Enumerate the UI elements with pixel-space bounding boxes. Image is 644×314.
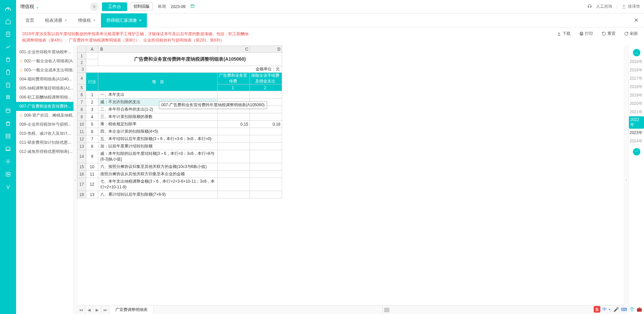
tab-close-icon[interactable]: ✕ <box>64 18 67 22</box>
ime-punct-icon[interactable]: •, <box>609 307 611 312</box>
cell-b-12[interactable]: 五、本年结转以后年度扣除额(3＞6，本行=3-6；3≤6，本行=0) <box>98 135 218 143</box>
cell-d-16[interactable] <box>250 171 282 178</box>
workbench-button[interactable]: 工作台 <box>102 2 127 11</box>
cell-c-14[interactable] <box>218 150 250 163</box>
ime-keyboard-icon[interactable]: ⌨ <box>621 307 627 312</box>
form-list-item-11[interactable]: 012-减免所得税优惠明细表(... <box>16 147 73 156</box>
doc-icon[interactable] <box>5 31 11 38</box>
form-list-item-4[interactable]: 005-纳税调整项目明细表(A1... <box>16 84 73 93</box>
ime-toolbox-icon[interactable]: 🧰 <box>637 307 642 312</box>
cell-b-14[interactable]: 减：本年扣除的以前年度结转额[3＞6，本行=0；3≤6，本行=8与(6-3)孰小… <box>98 150 218 163</box>
cell-b-18[interactable]: 八、累计结转以后年度扣除额(7+8-9) <box>98 191 218 198</box>
cell-b-15[interactable]: 六、按照分摊协议归集至其他关联方的金额(10≤3与6孰小值) <box>98 163 218 171</box>
cell-d-18[interactable] <box>250 191 282 198</box>
cell-c-9[interactable] <box>218 113 250 121</box>
ime-skin-icon[interactable]: 👕 <box>629 307 635 312</box>
year-scroll-down[interactable]: ﹀ <box>633 148 640 155</box>
form-list-item-1[interactable]: ⚠002-一般企业收入明细表(A... <box>16 57 73 66</box>
form-list-item-3[interactable]: 004-期间费用明细表(A1040... <box>16 75 73 84</box>
sheet-nav-prev[interactable]: ◀ <box>85 306 93 314</box>
col-header-b[interactable]: B <box>98 46 218 53</box>
tab-close-icon[interactable]: ✕ <box>139 18 142 22</box>
switch-old-version-button[interactable]: 切到旧版 <box>130 2 153 11</box>
form-list-item-5[interactable]: 006-职工薪酬纳税调整明细... <box>16 93 73 102</box>
calc-icon[interactable] <box>5 82 11 88</box>
cell-a-7[interactable]: 2 <box>86 99 98 106</box>
tab-close-icon[interactable]: ✕ <box>93 18 96 22</box>
cell-b-17[interactable]: 七、本年支出纳税调整金额(3＞6，本行=2+3-6+10-11；3≤6，本行=2… <box>98 178 218 191</box>
cell-a-17[interactable]: 12 <box>86 178 98 191</box>
ime-mic-icon[interactable]: 🎤 <box>613 307 619 312</box>
cell-c-6[interactable] <box>218 91 250 99</box>
cell-c-16[interactable] <box>218 171 250 178</box>
ime-lang[interactable]: 中 <box>602 306 607 312</box>
cell-a-13[interactable]: 8 <box>86 143 98 150</box>
form-list-item-6[interactable]: 007-广告费和业务宣传费跨... <box>16 102 73 111</box>
list-circle-button[interactable] <box>90 2 99 11</box>
cell-b-11[interactable]: 四、本企业计算的扣除限额(4×5) <box>98 128 218 135</box>
cell-d-14[interactable] <box>250 150 282 163</box>
cell-a-18[interactable]: 13 <box>86 191 98 198</box>
year-2016年[interactable]: 2016年 <box>629 66 644 74</box>
cell-b-16[interactable]: 按照分摊协议从其他关联方归集至本企业的金额 <box>98 171 218 178</box>
cell-a-16[interactable]: 11 <box>86 171 98 178</box>
form-list-item-2[interactable]: ⚠003-一般企业成本支出明细... <box>16 66 73 75</box>
calendar-icon[interactable] <box>190 4 195 9</box>
cell-c-18[interactable] <box>218 191 250 198</box>
year-2024年[interactable]: 2024年 <box>629 137 644 145</box>
letter-v-icon[interactable] <box>5 184 11 190</box>
cell-a-9[interactable]: 4 <box>86 113 98 121</box>
cell-d-17[interactable] <box>250 178 282 191</box>
year-2022年[interactable]: 2022年 <box>629 116 644 129</box>
tab-2[interactable]: 增值税✕ <box>72 13 101 27</box>
cell-c-11[interactable] <box>218 128 250 135</box>
sheet-nav-next[interactable]: ▶ <box>93 306 101 314</box>
reset-button[interactable]: 重置 <box>602 31 615 37</box>
home-icon[interactable] <box>5 18 11 25</box>
cell-d-13[interactable] <box>250 143 282 150</box>
cell-a-10[interactable]: 5 <box>86 121 98 128</box>
clipboard-icon[interactable] <box>5 69 11 76</box>
collapse-handle[interactable]: ‹ <box>74 46 77 314</box>
tab-1[interactable]: 税表清册✕ <box>40 13 72 27</box>
form-list-item-9[interactable]: 010-免税、减计收入及加计... <box>16 129 73 138</box>
refresh-button[interactable]: 刷新 <box>624 31 638 37</box>
col-header-d[interactable]: D <box>250 46 282 53</box>
money-icon[interactable] <box>5 56 11 63</box>
form-list-item-7[interactable]: ⚠008-资产折旧、摊销及纳税... <box>16 111 73 120</box>
tax-icon[interactable] <box>5 120 11 127</box>
cell-a-14[interactable]: 9 <box>86 150 98 163</box>
close-all-tabs-button[interactable]: ✕ <box>632 16 640 24</box>
cell-d-15[interactable] <box>250 163 282 171</box>
consult-link[interactable]: 人工咨询 <box>596 4 612 9</box>
download-button[interactable]: 下载 <box>557 31 571 37</box>
sheet-tab-active[interactable]: 广宣费调整明细表 <box>109 306 154 314</box>
year-2019年[interactable]: 2019年 <box>629 91 644 100</box>
expand-handle-right[interactable]: › <box>624 46 629 314</box>
cell-c-10[interactable]: 0.15 <box>218 121 250 128</box>
chart-icon[interactable] <box>5 44 11 50</box>
year-2018年[interactable]: 2018年 <box>629 83 644 91</box>
print-button[interactable]: 打印 <box>579 31 593 37</box>
cell-d-11[interactable] <box>250 128 282 135</box>
year-2015年[interactable]: 2015年 <box>629 58 644 66</box>
play-icon[interactable] <box>5 171 11 178</box>
cell-d-9[interactable] <box>250 113 282 121</box>
app-name-dropdown[interactable]: 增值税 ⌄ <box>20 4 40 10</box>
cell-b-6[interactable]: 一、本年支出 <box>98 91 218 99</box>
year-2023年[interactable]: 2023年 <box>629 129 644 137</box>
tab-3[interactable]: 所得税汇算清缴✕ <box>101 13 147 27</box>
year-2017年[interactable]: 2017年 <box>629 74 644 83</box>
inbox-icon[interactable] <box>5 145 11 152</box>
cell-a-11[interactable]: 6 <box>86 128 98 135</box>
cell-c-13[interactable] <box>218 143 250 150</box>
cell-d-10[interactable]: 0.18 <box>250 121 282 128</box>
col-header-a[interactable]: A <box>86 46 98 53</box>
cell-a-6[interactable]: 1 <box>86 91 98 99</box>
sheet-nav-first[interactable]: ⏮ <box>77 306 85 314</box>
cell-a-8[interactable]: 3 <box>86 106 98 113</box>
sheet-nav-last[interactable]: ⏭ <box>101 306 109 314</box>
year-2020年[interactable]: 2020年 <box>629 100 644 108</box>
form-list-item-0[interactable]: 001-企业所得税年度纳税申... <box>16 48 73 57</box>
cell-b-13[interactable]: 加：以前年度累计结转扣除额 <box>98 143 218 150</box>
